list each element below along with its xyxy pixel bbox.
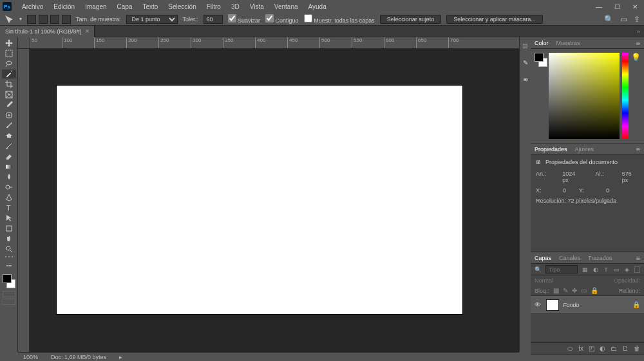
- eraser-tool[interactable]: [2, 152, 16, 161]
- menu-view[interactable]: Vista: [245, 1, 269, 12]
- select-subject-button[interactable]: Seleccionar sujeto: [380, 15, 442, 24]
- workspace-icon[interactable]: ▭: [620, 15, 627, 24]
- shape-tool[interactable]: [2, 224, 16, 233]
- tab-adjustments[interactable]: Ajustes: [575, 146, 594, 153]
- lock-artboard-icon[interactable]: ▭: [581, 287, 587, 294]
- filter-smart-icon[interactable]: ◈: [624, 266, 630, 273]
- color-swatch[interactable]: [1, 274, 17, 288]
- lock-pixels-icon[interactable]: ✎: [563, 287, 568, 294]
- lock-all-icon[interactable]: 🔒: [591, 287, 598, 294]
- layer-thumbnail[interactable]: [546, 299, 559, 311]
- layers-panel-menu-icon[interactable]: ≡: [636, 254, 640, 262]
- color-field[interactable]: [549, 53, 620, 139]
- frame-tool[interactable]: [2, 90, 16, 99]
- menu-text[interactable]: Texto: [137, 1, 163, 12]
- gradient-tool[interactable]: [2, 162, 16, 171]
- horizontal-ruler[interactable]: 5010015020025030035040045050055060065070…: [30, 37, 519, 49]
- menu-file[interactable]: Archivo: [17, 1, 48, 12]
- move-tool[interactable]: [2, 39, 16, 48]
- tab-overflow-icon[interactable]: »: [637, 28, 640, 35]
- mode-subtract-selection[interactable]: [50, 15, 59, 24]
- layer-name[interactable]: Fondo: [563, 302, 580, 308]
- sample-size-select[interactable]: De 1 punto: [126, 15, 178, 24]
- adjustment-layer-icon[interactable]: ◐: [600, 345, 605, 352]
- pen-tool[interactable]: [2, 193, 16, 202]
- mode-intersect-selection[interactable]: [62, 15, 71, 24]
- edit-toolbar[interactable]: [2, 261, 16, 270]
- layer-effects-icon[interactable]: fx: [578, 345, 583, 352]
- clone-stamp-tool[interactable]: [2, 131, 16, 140]
- marquee-tool[interactable]: [2, 49, 16, 58]
- tab-paths[interactable]: Trazados: [588, 255, 612, 261]
- doc-size[interactable]: Doc: 1,69 MB/0 bytes: [51, 354, 106, 360]
- filter-type-icon[interactable]: T: [603, 266, 609, 273]
- close-tab-icon[interactable]: ×: [86, 28, 90, 35]
- hand-tool[interactable]: [2, 234, 16, 243]
- menu-edit[interactable]: Edición: [48, 1, 80, 12]
- menu-filter[interactable]: Filtro: [202, 1, 226, 12]
- sample-all-layers-checkbox[interactable]: Muestr. todas las capas: [304, 14, 375, 24]
- quick-mask-toggle[interactable]: [3, 291, 15, 297]
- blend-mode-select[interactable]: Normal: [535, 277, 553, 284]
- tab-swatches[interactable]: Muestras: [556, 40, 580, 46]
- lock-transparency-icon[interactable]: ▦: [553, 287, 559, 294]
- status-chevron-icon[interactable]: ▸: [119, 354, 122, 360]
- layer-mask-icon[interactable]: ◰: [589, 345, 594, 352]
- group-icon[interactable]: 🗀: [611, 345, 617, 352]
- dock-brushes-icon[interactable]: ✎: [521, 58, 530, 67]
- document-tab[interactable]: Sin título-1 al 100% (RGB/8#) ×: [0, 26, 95, 37]
- history-brush-tool[interactable]: [2, 142, 16, 151]
- select-and-mask-button[interactable]: Seleccionar y aplicar máscara...: [446, 15, 543, 24]
- filter-adjust-icon[interactable]: ◐: [592, 266, 598, 273]
- search-icon[interactable]: 🔍: [535, 266, 542, 273]
- share-icon[interactable]: ⇪: [634, 15, 640, 24]
- path-selection-tool[interactable]: [2, 214, 16, 223]
- contiguous-checkbox[interactable]: Contiguo: [265, 14, 299, 24]
- magic-wand-tool[interactable]: [2, 69, 16, 79]
- blur-tool[interactable]: [2, 172, 16, 181]
- filter-shape-icon[interactable]: ▭: [613, 266, 620, 273]
- tab-channels[interactable]: Canales: [559, 255, 580, 261]
- mode-add-selection[interactable]: [39, 15, 48, 24]
- menu-help[interactable]: Ayuda: [303, 1, 332, 12]
- mode-new-selection[interactable]: [27, 15, 36, 24]
- close-button[interactable]: ✕: [626, 0, 644, 13]
- canvas[interactable]: [57, 86, 462, 314]
- menu-image[interactable]: Imagen: [80, 1, 111, 12]
- dodge-tool[interactable]: [2, 183, 16, 192]
- ruler-origin[interactable]: [18, 37, 30, 49]
- zoom-tool[interactable]: [2, 245, 16, 254]
- lasso-tool[interactable]: [2, 59, 16, 68]
- menu-window[interactable]: Ventana: [269, 1, 303, 12]
- hue-slider[interactable]: [622, 53, 629, 139]
- filter-toggle[interactable]: [634, 266, 640, 273]
- properties-panel-menu-icon[interactable]: ≡: [636, 145, 640, 153]
- zoom-level[interactable]: 100%: [23, 354, 38, 360]
- vertical-ruler[interactable]: [18, 49, 30, 352]
- tab-layers[interactable]: Capas: [535, 255, 551, 261]
- tolerance-input[interactable]: [204, 15, 223, 24]
- menu-selection[interactable]: Selección: [163, 1, 201, 12]
- eyedropper-tool[interactable]: [2, 100, 16, 109]
- visibility-toggle-icon[interactable]: 👁: [535, 301, 542, 308]
- healing-brush-tool[interactable]: [2, 111, 16, 120]
- new-layer-icon[interactable]: 🗋: [622, 345, 629, 352]
- maximize-button[interactable]: ☐: [608, 0, 626, 13]
- crop-tool[interactable]: [2, 80, 16, 89]
- menu-layer[interactable]: Capa: [112, 1, 138, 12]
- type-tool[interactable]: T: [2, 203, 16, 212]
- antialias-checkbox[interactable]: Suavizar: [228, 14, 261, 24]
- minimize-button[interactable]: —: [590, 0, 608, 13]
- screen-mode-toggle[interactable]: [3, 299, 15, 305]
- color-panel-menu-icon[interactable]: ≡: [636, 39, 640, 47]
- lock-position-icon[interactable]: ✥: [572, 287, 577, 294]
- brush-tool[interactable]: [2, 121, 16, 130]
- chevron-down-icon[interactable]: ▾: [19, 16, 22, 22]
- tab-properties[interactable]: Propiedades: [535, 146, 567, 153]
- color-panel-swatch[interactable]: [535, 53, 546, 139]
- dock-history-icon[interactable]: ☰: [521, 41, 530, 50]
- delete-layer-icon[interactable]: 🗑: [634, 345, 640, 352]
- layer-filter-input[interactable]: [545, 265, 578, 273]
- tab-color[interactable]: Color: [535, 40, 549, 46]
- search-icon[interactable]: 🔍: [604, 15, 614, 24]
